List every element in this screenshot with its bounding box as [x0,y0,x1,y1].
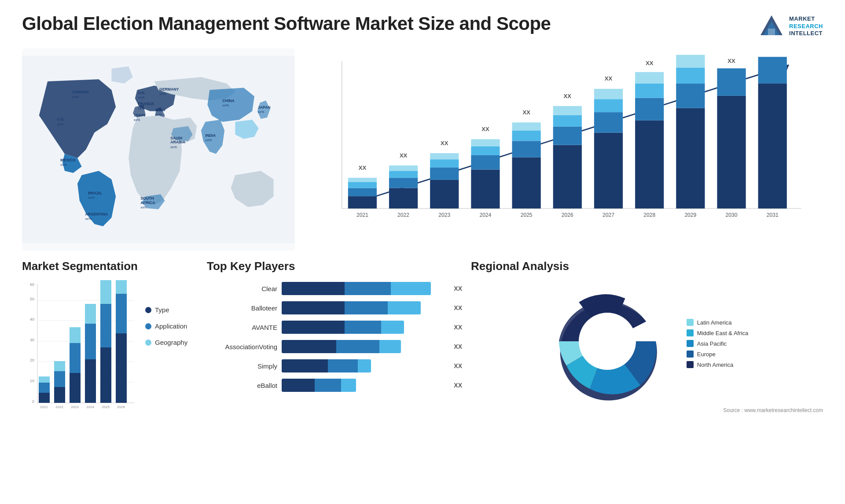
svg-text:xx%: xx% [206,138,212,142]
svg-text:XX: XX [605,75,613,82]
legend-asia-label: Asia Pacific [697,340,727,347]
svg-text:xx%: xx% [134,118,140,122]
page-title: Global Election Management Software Mark… [22,13,551,34]
svg-text:xx%: xx% [138,106,145,110]
kp-bar-dark-clear [282,282,345,295]
svg-text:xx%: xx% [72,95,79,99]
segmentation-title: Market Segmentation [22,259,198,273]
svg-rect-138 [116,280,127,294]
kp-bar-eballot [282,379,447,392]
kp-row-eballot: eBallot XX [207,379,462,392]
legend-application: Application [145,322,187,330]
svg-text:2024: 2024 [86,405,94,409]
legend-geo-label: Geography [155,339,187,346]
legend-asia: Asia Pacific [687,340,748,347]
svg-rect-71 [553,127,582,145]
kp-bar-light-eballot [341,379,356,392]
kp-value-simply: XX [454,362,462,369]
svg-rect-40 [348,196,377,208]
kp-bar-dark-balloteer [282,301,345,314]
svg-rect-124 [70,373,81,403]
key-players-section: Top Key Players Clear XX Balloteer [207,259,462,493]
kp-bar-mid-assoc [336,340,379,353]
bar-chart-section: XX 2021 XX 2022 XX 2023 [304,48,823,251]
svg-rect-89 [676,84,705,108]
logo-box: MARKET RESEARCH INTELLECT [758,13,823,40]
svg-rect-67 [512,122,541,131]
legend-type: Type [145,306,187,314]
kp-label-balloteer: Balloteer [207,304,277,312]
kp-bar-light-assoc [379,340,401,353]
svg-text:AFRICA: AFRICA [140,201,155,205]
svg-text:CHINA: CHINA [222,99,235,103]
svg-rect-42 [348,182,377,188]
kp-bar-mid-eballot [315,379,341,392]
svg-text:xx%: xx% [140,205,147,209]
legend-europe: Europe [687,351,748,358]
source-text: Source : www.marketresearchintellect.com [471,407,823,413]
svg-rect-116 [39,393,50,403]
kp-value-assoc: XX [454,343,462,350]
segmentation-chart-svg: 0 10 20 30 40 50 60 [22,280,136,429]
seg-legend: Type Application Geography [145,306,187,350]
kp-label-avante: AVANTE [207,324,277,331]
kp-bar-mid-avante [345,321,381,334]
svg-rect-90 [676,68,705,84]
svg-text:30: 30 [30,338,34,342]
svg-text:50: 50 [30,297,34,301]
svg-rect-133 [100,304,111,347]
regional-section: Regional Analysis [471,259,823,493]
legend-asia-color [687,340,694,347]
legend-na-color [687,361,694,368]
svg-text:40: 40 [30,317,34,321]
svg-text:ITALY: ITALY [155,108,166,112]
svg-text:2028: 2028 [643,212,655,218]
kp-bar-avante [282,321,447,334]
svg-text:0: 0 [32,399,34,404]
svg-text:xx%: xx% [170,145,177,149]
svg-rect-98 [758,84,787,208]
legend-geo-dot [145,340,151,346]
svg-text:XX: XX [768,53,777,54]
svg-rect-82 [635,121,664,208]
svg-rect-94 [717,96,746,208]
svg-rect-49 [389,165,418,171]
kp-bar-dark-simply [282,359,328,373]
logo-icon [758,13,785,40]
svg-rect-43 [348,178,377,182]
svg-rect-122 [54,361,65,371]
svg-text:XX: XX [522,109,530,116]
legend-na-label: North America [697,362,733,368]
legend-europe-color [687,351,694,358]
kp-value-balloteer: XX [454,304,462,311]
svg-text:2023: 2023 [71,405,79,409]
legend-na: North America [687,361,748,368]
svg-text:MEXICO: MEXICO [60,158,76,162]
kp-label-simply: Simply [207,362,277,370]
svg-rect-77 [594,112,623,133]
legend-latin-label: Latin America [697,319,732,326]
kp-bar-mid-balloteer [345,301,388,314]
kp-row-balloteer: Balloteer XX [207,301,462,314]
svg-text:SOUTH: SOUTH [140,196,154,201]
legend-latin-color [687,319,694,326]
kp-bar-mid-simply [328,359,358,373]
logo-text: MARKET RESEARCH INTELLECT [789,15,823,38]
legend-type-dot [145,307,151,313]
svg-text:SPAIN: SPAIN [134,113,145,117]
svg-text:JAPAN: JAPAN [258,105,271,110]
kp-bar-dark-eballot [282,379,315,392]
svg-point-140 [579,313,636,370]
legend-app-dot [145,323,151,329]
kp-bar-dark-avante [282,321,345,334]
content-top: CANADA xx% U.S. xx% MEXICO xx% BRAZIL xx… [22,48,823,251]
svg-text:2031: 2031 [767,212,779,218]
kp-bar-assoc [282,340,447,353]
kp-value-clear: XX [454,285,462,292]
svg-rect-121 [54,371,65,387]
legend-geography: Geography [145,339,187,346]
svg-text:20: 20 [30,358,34,362]
svg-text:XX: XX [727,58,735,64]
svg-rect-47 [389,178,418,188]
svg-text:xx%: xx% [155,112,162,116]
